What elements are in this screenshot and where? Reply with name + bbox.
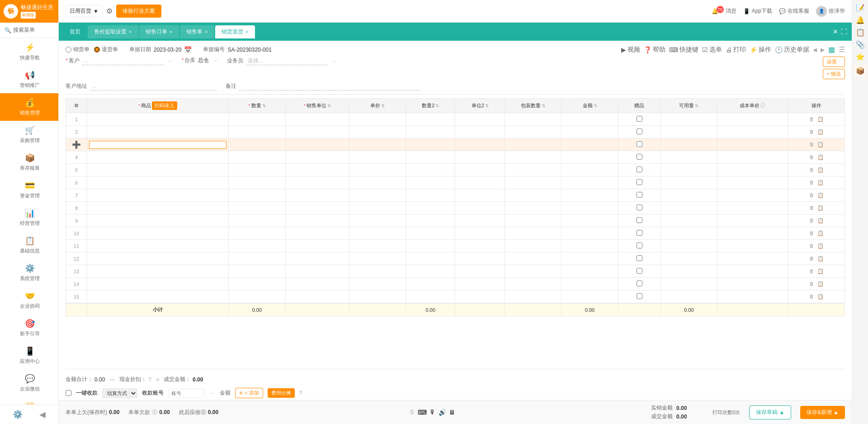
available-cell[interactable] — [660, 164, 717, 176]
price-cell[interactable] — [349, 113, 406, 126]
copy-icon[interactable]: 📋 — [817, 116, 824, 122]
settings-bottom-icon[interactable]: ⚙️ — [13, 410, 23, 419]
price-cell[interactable] — [349, 138, 406, 151]
sidebar-item-purchase[interactable]: 🛒 采购管理 — [0, 121, 58, 148]
sidebar-item-sales[interactable]: 💰 销售管理 — [0, 93, 58, 121]
copy-icon[interactable]: 📋 — [817, 256, 824, 261]
price-cell[interactable] — [349, 291, 406, 303]
product-cell[interactable] — [87, 265, 228, 278]
unit-cell[interactable] — [285, 189, 349, 202]
unit-cell[interactable] — [285, 214, 349, 227]
qty-cell[interactable] — [229, 126, 285, 138]
amount-cell[interactable] — [561, 214, 618, 227]
qty-cell[interactable] — [229, 176, 285, 189]
sidebar-item-corp[interactable]: 🤝 企业协同 — [0, 286, 58, 314]
tab-minimize-icon[interactable]: ✕ — [833, 28, 838, 35]
copy-icon[interactable]: 📋 — [817, 218, 824, 223]
gift-checkbox[interactable] — [637, 255, 642, 261]
qty2-cell[interactable] — [406, 176, 455, 189]
fee-split-btn[interactable]: 费用分摊 — [268, 388, 295, 398]
gift-checkbox[interactable] — [637, 243, 642, 248]
next-record-icon[interactable]: ▶ — [821, 47, 825, 53]
product-cell[interactable] — [87, 113, 228, 126]
qty2-cell[interactable] — [406, 189, 455, 202]
qty-cell[interactable] — [229, 240, 285, 252]
unit-cell[interactable] — [285, 151, 349, 164]
settlement-select[interactable]: 结算方式 — [102, 388, 137, 398]
product-cell[interactable] — [87, 126, 228, 138]
save-new-btn[interactable]: 保存&新增 ▲ — [800, 406, 845, 419]
pack-qty-cell[interactable] — [505, 252, 561, 265]
unit-cell[interactable] — [285, 126, 349, 138]
delete-icon[interactable]: 🗑 — [809, 192, 814, 198]
copy-icon[interactable]: 📋 — [817, 230, 824, 236]
cost-price-cell[interactable] — [717, 113, 788, 126]
cost-price-cell[interactable] — [717, 138, 788, 151]
available-cell[interactable] — [660, 202, 717, 214]
sort-icon[interactable]: ⇅ — [327, 103, 331, 108]
amount-cell[interactable] — [561, 265, 618, 278]
gift-cell[interactable] — [618, 214, 660, 227]
amount-cell[interactable] — [561, 189, 618, 202]
cost-price-cell[interactable] — [717, 214, 788, 227]
qty-cell[interactable] — [229, 252, 285, 265]
delete-icon[interactable]: 🗑 — [809, 230, 814, 236]
product-cell[interactable] — [87, 151, 228, 164]
sidebar-item-inventory[interactable]: 📦 库存核算 — [0, 148, 58, 176]
scan-enter-btn[interactable]: 扫码录入 — [152, 101, 177, 110]
unit2-cell[interactable] — [455, 151, 505, 164]
unit2-cell[interactable] — [455, 176, 505, 189]
available-cell[interactable] — [660, 113, 717, 126]
one-click-payment-checkbox[interactable] — [66, 390, 71, 396]
warehouse-dots[interactable]: ··· — [213, 57, 218, 64]
product-cell[interactable] — [87, 202, 228, 214]
copy-icon[interactable]: 📋 — [817, 154, 824, 160]
available-cell[interactable] — [660, 291, 717, 303]
sidebar-item-guide[interactable]: 🎯 新手引导 — [0, 314, 58, 342]
gift-cell[interactable] — [618, 227, 660, 240]
pack-qty-cell[interactable] — [505, 265, 561, 278]
qty-cell[interactable] — [229, 227, 285, 240]
unit2-cell[interactable] — [455, 278, 505, 291]
product-cell[interactable] — [87, 278, 228, 291]
copy-icon[interactable]: 📋 — [817, 142, 824, 147]
tab-sales-bill[interactable]: 销售单 ✕ — [180, 25, 214, 38]
qty-cell[interactable] — [229, 151, 285, 164]
delete-icon[interactable]: 🗑 — [809, 154, 814, 160]
unit2-cell[interactable] — [455, 113, 505, 126]
unit2-cell[interactable] — [455, 291, 505, 303]
unit2-cell[interactable] — [455, 240, 505, 252]
cost-price-cell[interactable] — [717, 278, 788, 291]
fee-help-icon[interactable]: ? — [299, 390, 302, 396]
sale-bill-radio[interactable]: 销货单 — [66, 46, 90, 53]
select-btn[interactable]: ☑ 选单 — [702, 46, 722, 54]
sidebar-search[interactable]: 🔍 搜索菜单 — [0, 23, 58, 38]
account-dots[interactable]: ··· — [211, 390, 215, 396]
cost-price-cell[interactable] — [717, 189, 788, 202]
amount-cell[interactable] — [561, 252, 618, 265]
qty-cell[interactable] — [229, 164, 285, 176]
save-draft-btn[interactable]: 保存草稿 ▲ — [749, 405, 791, 419]
add-payment-btn[interactable]: ⊕ + 添加 — [235, 388, 263, 398]
delete-icon[interactable]: 🗑 — [809, 167, 814, 172]
product-cell[interactable] — [87, 227, 228, 240]
tab-close-icon[interactable]: ✕ — [204, 29, 208, 34]
gift-cell[interactable] — [618, 291, 660, 303]
gift-cell[interactable] — [618, 164, 660, 176]
cost-price-cell[interactable] — [717, 151, 788, 164]
qty2-cell[interactable] — [406, 265, 455, 278]
qty2-cell[interactable] — [406, 214, 455, 227]
available-cell[interactable] — [660, 252, 717, 265]
pack-qty-cell[interactable] — [505, 126, 561, 138]
calendar-icon[interactable]: 📅 — [184, 46, 192, 53]
customer-dots[interactable]: ··· — [168, 58, 173, 64]
pack-qty-cell[interactable] — [505, 240, 561, 252]
list-view-icon[interactable]: ☰ — [839, 45, 845, 54]
price-cell[interactable] — [349, 164, 406, 176]
industry-select[interactable]: 日用百货 ▼ — [66, 5, 103, 17]
sidebar-item-finance[interactable]: 💳 资金管理 — [0, 176, 58, 204]
sidebar-item-apps[interactable]: 📱 应用中心 — [0, 342, 58, 369]
amount-cell[interactable] — [561, 164, 618, 176]
customer-addr-input[interactable] — [90, 82, 217, 91]
user-profile[interactable]: 👤 徐泽华 — [816, 6, 845, 17]
